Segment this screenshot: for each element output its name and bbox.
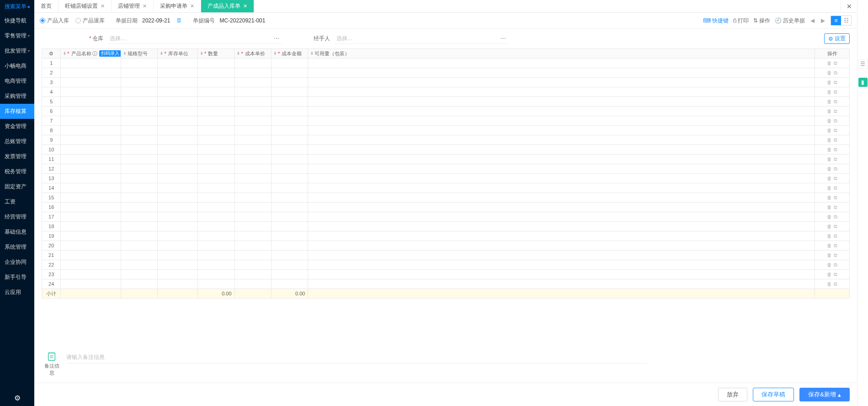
- cell[interactable]: [272, 279, 308, 289]
- cell[interactable]: [234, 155, 271, 164]
- cell[interactable]: [158, 97, 198, 107]
- copy-icon[interactable]: ⧉: [834, 224, 837, 229]
- cell[interactable]: [272, 193, 308, 203]
- cell[interactable]: [158, 183, 198, 193]
- cell[interactable]: [308, 97, 815, 107]
- cell[interactable]: [308, 116, 815, 126]
- cell[interactable]: [234, 270, 271, 279]
- cell[interactable]: [234, 87, 271, 97]
- cell[interactable]: [158, 164, 198, 174]
- table-row[interactable]: 14🗑⧉: [42, 183, 850, 193]
- sidebar-item[interactable]: 小畅电商: [0, 59, 34, 74]
- cell[interactable]: [61, 212, 121, 222]
- cell[interactable]: [121, 87, 158, 97]
- cell[interactable]: [198, 251, 234, 260]
- header-product[interactable]: ▲▼*产品名称ⓘ扫码录入: [61, 49, 121, 59]
- sidebar-item[interactable]: 经营管理: [0, 209, 34, 224]
- cell[interactable]: [308, 78, 815, 87]
- cell[interactable]: [272, 174, 308, 183]
- cell[interactable]: [198, 59, 234, 68]
- cell[interactable]: [308, 251, 815, 260]
- cell[interactable]: [308, 126, 815, 135]
- delete-icon[interactable]: 🗑: [827, 89, 832, 95]
- table-settings-button[interactable]: ⚙ 设置: [824, 33, 850, 44]
- delete-icon[interactable]: 🗑: [827, 118, 832, 123]
- print-link[interactable]: ⎙ 打印: [733, 17, 749, 25]
- cell[interactable]: [121, 174, 158, 183]
- sidebar-collapse-icon[interactable]: ◂: [27, 4, 30, 10]
- copy-icon[interactable]: ⧉: [834, 89, 837, 95]
- tab[interactable]: 采购申请单✕: [154, 0, 201, 12]
- cell[interactable]: [308, 183, 815, 193]
- cell[interactable]: [198, 135, 234, 145]
- history-next-icon[interactable]: ▶: [820, 17, 826, 24]
- cell[interactable]: [121, 59, 158, 68]
- tab[interactable]: 产成品入库单✕: [201, 0, 254, 12]
- close-icon[interactable]: ✕: [243, 3, 247, 9]
- cell[interactable]: [272, 231, 308, 241]
- sidebar-item[interactable]: 云应用: [0, 285, 34, 300]
- delete-icon[interactable]: 🗑: [827, 224, 832, 229]
- cell[interactable]: [272, 126, 308, 135]
- delete-icon[interactable]: 🗑: [827, 176, 832, 181]
- copy-icon[interactable]: ⧉: [834, 281, 837, 287]
- tab[interactable]: 首页: [34, 0, 59, 12]
- cell[interactable]: [198, 155, 234, 164]
- delete-icon[interactable]: 🗑: [827, 252, 832, 258]
- cell[interactable]: [198, 270, 234, 279]
- delete-icon[interactable]: 🗑: [827, 137, 832, 143]
- sidebar-item[interactable]: 发票管理: [0, 149, 34, 164]
- rail-bookmark-icon[interactable]: ▮: [858, 78, 868, 87]
- cell[interactable]: [234, 59, 271, 68]
- copy-icon[interactable]: ⧉: [834, 176, 837, 181]
- cell[interactable]: [121, 126, 158, 135]
- cell[interactable]: [61, 107, 121, 116]
- cell[interactable]: [272, 78, 308, 87]
- cell[interactable]: [308, 203, 815, 212]
- cell[interactable]: [158, 87, 198, 97]
- cell[interactable]: [308, 231, 815, 241]
- header-price[interactable]: ▲▼*成本单价: [234, 49, 271, 59]
- cell[interactable]: [61, 260, 121, 270]
- cell[interactable]: [158, 116, 198, 126]
- cell[interactable]: [272, 107, 308, 116]
- cell[interactable]: [272, 59, 308, 68]
- delete-icon[interactable]: 🗑: [827, 108, 832, 114]
- cell[interactable]: [61, 241, 121, 251]
- cell[interactable]: [308, 270, 815, 279]
- cell[interactable]: [234, 260, 271, 270]
- header-spec[interactable]: ▲▼规格型号: [121, 49, 158, 59]
- cell[interactable]: [121, 231, 158, 241]
- table-row[interactable]: 21🗑⧉: [42, 251, 850, 260]
- save-draft-button[interactable]: 保存草稿: [753, 388, 794, 401]
- sidebar-item[interactable]: 固定资产: [0, 179, 34, 194]
- cell[interactable]: [272, 155, 308, 164]
- cell[interactable]: [234, 164, 271, 174]
- sidebar-item[interactable]: 新手引导: [0, 270, 34, 285]
- cell[interactable]: [198, 222, 234, 231]
- cell[interactable]: [158, 155, 198, 164]
- cell[interactable]: [61, 231, 121, 241]
- delete-icon[interactable]: 🗑: [827, 262, 832, 267]
- cell[interactable]: [61, 174, 121, 183]
- table-row[interactable]: 19🗑⧉: [42, 231, 850, 241]
- view-list-icon[interactable]: ≡: [831, 16, 841, 25]
- sidebar-item[interactable]: 批发管理▾: [0, 43, 34, 59]
- cell[interactable]: [308, 279, 815, 289]
- cell[interactable]: [272, 97, 308, 107]
- cell[interactable]: [198, 279, 234, 289]
- cell[interactable]: [272, 212, 308, 222]
- copy-icon[interactable]: ⧉: [834, 108, 837, 114]
- cell[interactable]: [61, 164, 121, 174]
- rail-doc-icon[interactable]: ☰: [858, 59, 868, 69]
- cell[interactable]: [158, 279, 198, 289]
- cell[interactable]: [61, 222, 121, 231]
- save-add-button[interactable]: 保存&新增 ▴: [799, 388, 850, 401]
- cell[interactable]: [198, 260, 234, 270]
- delete-icon[interactable]: 🗑: [827, 233, 832, 239]
- cell[interactable]: [234, 203, 271, 212]
- cell[interactable]: [121, 116, 158, 126]
- cell[interactable]: [158, 145, 198, 155]
- copy-icon[interactable]: ⧉: [834, 214, 837, 219]
- copy-icon[interactable]: ⧉: [834, 185, 837, 191]
